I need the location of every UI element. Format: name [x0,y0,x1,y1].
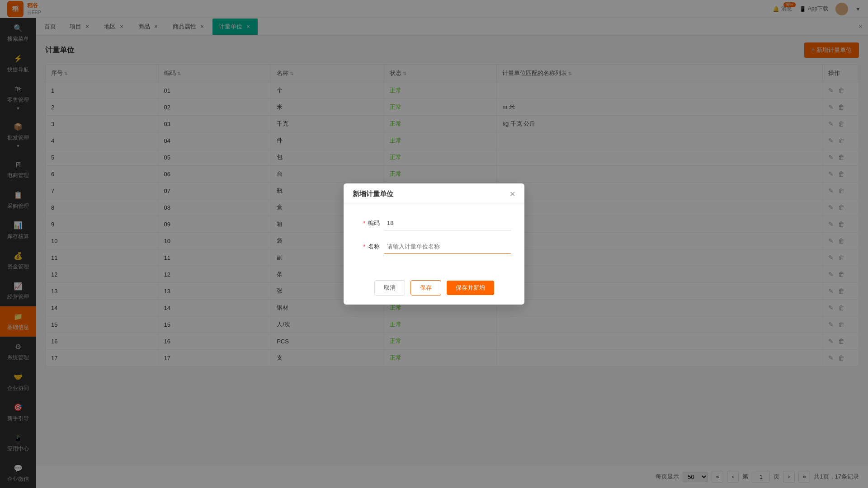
form-item-code: * 编码 [357,216,511,230]
save-button[interactable]: 保存 [410,280,441,296]
required-mark-code: * [363,220,365,226]
modal-close-btn[interactable]: ✕ [509,191,515,198]
modal-title: 新增计量单位 [353,190,393,198]
save-and-new-button[interactable]: 保存并新增 [447,281,494,295]
code-input[interactable] [384,216,511,230]
modal-overlay[interactable]: 新增计量单位 ✕ * 编码 * 名称 取消 保存 保存并新增 [0,0,868,488]
form-item-name: * 名称 [357,239,511,254]
modal-header: 新增计量单位 ✕ [344,183,524,205]
add-unit-modal: 新增计量单位 ✕ * 编码 * 名称 取消 保存 保存并新增 [344,183,524,305]
modal-footer: 取消 保存 保存并新增 [344,274,524,305]
modal-body: * 编码 * 名称 [344,205,524,274]
cancel-button[interactable]: 取消 [374,280,405,296]
name-input[interactable] [384,239,511,254]
required-mark-name: * [363,243,365,250]
form-label-code: * 编码 [357,219,380,227]
form-label-name: * 名称 [357,243,380,251]
